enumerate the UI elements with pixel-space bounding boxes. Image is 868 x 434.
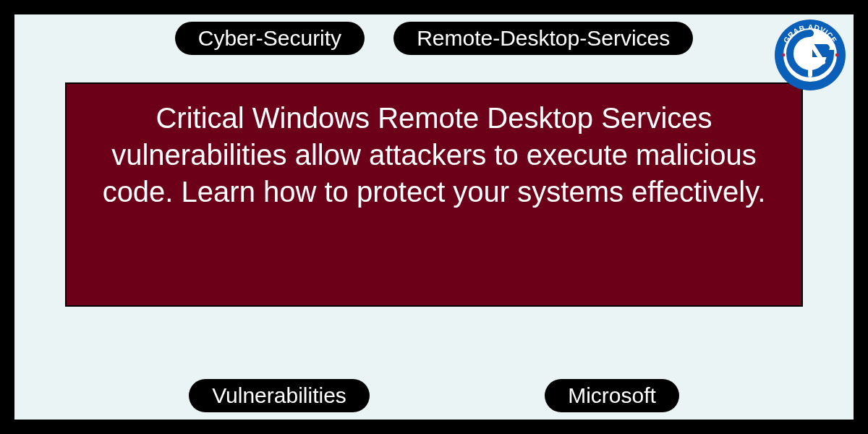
- brand-logo: GRAB ADVICE MINDFUL INSIGHTS: [774, 19, 846, 91]
- top-tag-row: Cyber-Security Remote-Desktop-Services: [14, 22, 854, 55]
- tag-microsoft[interactable]: Microsoft: [545, 379, 679, 412]
- content-frame: Cyber-Security Remote-Desktop-Services G…: [14, 14, 854, 420]
- bottom-tag-row: Vulnerabilities Microsoft: [14, 379, 854, 412]
- headline-text: Critical Windows Remote Desktop Services…: [95, 100, 773, 211]
- headline-panel: Critical Windows Remote Desktop Services…: [65, 82, 803, 307]
- svg-point-4: [782, 54, 786, 57]
- tag-cyber-security[interactable]: Cyber-Security: [175, 22, 365, 55]
- tag-remote-desktop-services[interactable]: Remote-Desktop-Services: [393, 22, 693, 55]
- svg-point-5: [835, 54, 839, 57]
- grab-advice-logo-icon: GRAB ADVICE MINDFUL INSIGHTS: [774, 19, 846, 91]
- tag-vulnerabilities[interactable]: Vulnerabilities: [189, 379, 370, 412]
